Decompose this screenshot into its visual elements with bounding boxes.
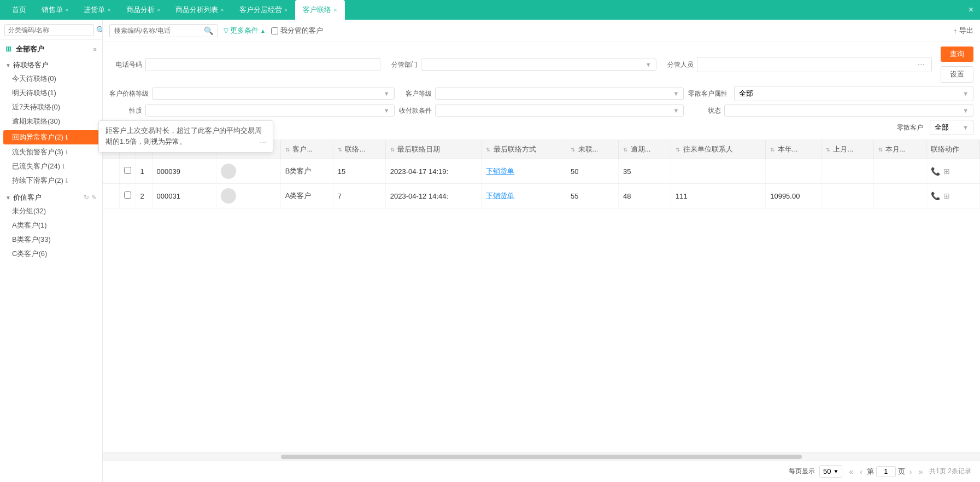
- th-company-contact[interactable]: ⇅ 往来单位联系人: [671, 140, 766, 159]
- col-icon5: ⇅: [390, 147, 395, 153]
- td-last-method[interactable]: 下销货单: [482, 159, 566, 184]
- next-page-btn[interactable]: ›: [907, 466, 914, 477]
- sidebar-item-declining[interactable]: 持续下滑客户(2) ℹ: [0, 173, 102, 188]
- sidebar-item-abnormal[interactable]: 回购异常客户(2) ℹ: [3, 130, 99, 144]
- dept-select[interactable]: ▼: [421, 59, 656, 71]
- retail-attr-chevron-icon: ▼: [963, 90, 969, 97]
- sidebar-item-churn-warning[interactable]: 流失预警客户(3) ℹ: [0, 145, 102, 159]
- th-last-date[interactable]: ⇅ 最后联络日期: [385, 140, 481, 159]
- my-customers-checkbox[interactable]: [271, 27, 278, 34]
- status-select[interactable]: ▼: [724, 104, 973, 117]
- filter-gender-field: 性质 ▼: [109, 104, 395, 117]
- total-label: 共1页 2条记录: [929, 467, 971, 476]
- retail-attr-select[interactable]: 全部 ▼: [734, 86, 973, 101]
- filter-toolbar: 🔍 ▽ 更多条件 ▲ 我分管的客户 ↑ 导出: [103, 20, 980, 42]
- customer-level-select[interactable]: ▼: [435, 88, 684, 100]
- retail-customer-select[interactable]: 全部 ▼: [930, 120, 973, 135]
- main-search-icon[interactable]: 🔍: [204, 26, 213, 35]
- td-checkbox2[interactable]: [119, 184, 136, 208]
- sidebar-item-tomorrow[interactable]: 明天待联络(1): [0, 86, 102, 100]
- all-customers-header: ⊞ 全部客户 »: [0, 40, 102, 57]
- col-icon7: ⇅: [571, 147, 575, 153]
- row2-checkbox[interactable]: [124, 191, 131, 199]
- nav-sales-close[interactable]: ×: [65, 0, 68, 20]
- settings-button[interactable]: 设置: [941, 66, 973, 83]
- sidebar-value-group: ▼ 价值客户 ↻ ✎ 未分组(32) A类客户(1) B类客户(33) C类客户…: [0, 190, 102, 261]
- h-scroll-area[interactable]: [103, 452, 980, 460]
- nav-purchase[interactable]: 进货单 ×: [76, 0, 118, 20]
- sidebar-item-ungrouped[interactable]: 未分组(32): [0, 204, 102, 218]
- h-scroll-bar[interactable]: [281, 455, 802, 459]
- nav-customer-layered[interactable]: 客户分层经营 ×: [232, 0, 295, 20]
- th-last-method[interactable]: ⇅ 最后联络方式: [482, 140, 566, 159]
- table-row: 2 000031 A类客户 7: [103, 184, 980, 208]
- col-icon9: ⇅: [676, 147, 680, 153]
- manager-select[interactable]: ···: [697, 57, 932, 72]
- th-this-month[interactable]: ⇅ 本月...: [873, 140, 926, 159]
- sidebar-search-area: 🔍: [0, 20, 102, 40]
- row1-checkbox[interactable]: [124, 167, 131, 174]
- main-search-input[interactable]: [114, 27, 202, 34]
- sidebar-search-icon[interactable]: 🔍: [96, 26, 103, 34]
- more-action-icon2[interactable]: ⊞: [943, 191, 950, 200]
- price-level-chevron-icon: ▼: [384, 90, 390, 97]
- sidebar-item-overdue[interactable]: 逾期未联络(30): [0, 114, 102, 129]
- pending-arrow-icon: ▼: [5, 62, 11, 68]
- nav-customer-layered-close[interactable]: ×: [284, 0, 287, 20]
- nav-sales[interactable]: 销售单 ×: [34, 0, 76, 20]
- tooltip-more[interactable]: ···: [260, 136, 266, 148]
- nav-product-analysis[interactable]: 商品分析 ×: [119, 0, 168, 20]
- sidebar-search-input[interactable]: [4, 24, 94, 36]
- page-number-input[interactable]: [876, 466, 896, 477]
- nav-customer-contact-close[interactable]: ×: [333, 0, 337, 20]
- th-type[interactable]: ⇅ 客户...: [280, 140, 333, 159]
- more-conditions-btn[interactable]: ▽ 更多条件 ▲: [224, 26, 266, 36]
- td-overdue2: 48: [619, 184, 671, 208]
- payment-select[interactable]: ▼: [435, 104, 684, 117]
- col-icon8: ⇅: [623, 147, 627, 153]
- th-contact-count[interactable]: ⇅ 联络...: [333, 140, 385, 159]
- nav-customer-contact[interactable]: 客户联络 ×: [295, 0, 344, 20]
- th-overdue[interactable]: ⇅ 逾期...: [619, 140, 671, 159]
- prev-page-btn[interactable]: ‹: [858, 466, 865, 477]
- filter-dept-field: 分管部门 ▼: [385, 59, 656, 71]
- last-page-btn[interactable]: »: [917, 466, 925, 477]
- refresh-icon[interactable]: ↻: [84, 194, 89, 201]
- nav-product-analysis-list-close[interactable]: ×: [220, 0, 224, 20]
- sidebar-item-b-class[interactable]: B类客户(33): [0, 233, 102, 247]
- col-icon10: ⇅: [770, 147, 774, 153]
- gender-select[interactable]: ▼: [145, 104, 395, 117]
- td-last-method2[interactable]: 下销货单: [482, 184, 566, 208]
- price-level-select[interactable]: ▼: [152, 88, 395, 100]
- phone-action-icon[interactable]: 📞: [931, 167, 940, 176]
- sidebar-item-7days[interactable]: 近7天待联络(0): [0, 100, 102, 114]
- filter-row-3: 性质 ▼ 收付款条件 ▼ 状态: [109, 104, 973, 117]
- first-page-btn[interactable]: «: [847, 466, 855, 477]
- pending-group-title[interactable]: ▼ 待联络客户: [0, 57, 102, 72]
- th-last-month[interactable]: ⇅ 上月...: [821, 140, 873, 159]
- sidebar-item-churned[interactable]: 已流失客户(24) ℹ: [0, 159, 102, 173]
- nav-product-analysis-close[interactable]: ×: [157, 0, 160, 20]
- col-icon4: ⇅: [338, 147, 342, 153]
- query-button[interactable]: 查询: [941, 47, 973, 62]
- td-checkbox[interactable]: [119, 159, 136, 184]
- sidebar-collapse-btn[interactable]: »: [93, 45, 97, 53]
- export-btn[interactable]: ↑ 导出: [954, 26, 974, 36]
- status-chevron-icon: ▼: [963, 107, 969, 114]
- edit-icon[interactable]: ✎: [91, 194, 97, 201]
- value-group-title[interactable]: ▼ 价值客户 ↻ ✎: [0, 190, 102, 204]
- sidebar-item-c-class[interactable]: C类客户(6): [0, 247, 102, 261]
- nav-home[interactable]: 首页: [4, 0, 34, 20]
- manager-dots-icon[interactable]: ···: [916, 60, 927, 69]
- sidebar-item-a-class[interactable]: A类客户(1): [0, 218, 102, 233]
- th-this-year[interactable]: ⇅ 本年...: [766, 140, 821, 159]
- nav-purchase-close[interactable]: ×: [107, 0, 110, 20]
- th-unreached[interactable]: ⇅ 未联...: [566, 140, 618, 159]
- page-size-select[interactable]: 50 ▼: [819, 465, 842, 478]
- phone-action-icon2[interactable]: 📞: [931, 191, 940, 200]
- sidebar-item-today[interactable]: 今天待联络(0): [0, 72, 102, 86]
- nav-product-analysis-list[interactable]: 商品分析列表 ×: [168, 0, 231, 20]
- more-action-icon[interactable]: ⊞: [943, 167, 950, 176]
- close-all-btn[interactable]: ×: [969, 5, 973, 15]
- phone-input[interactable]: [145, 58, 380, 71]
